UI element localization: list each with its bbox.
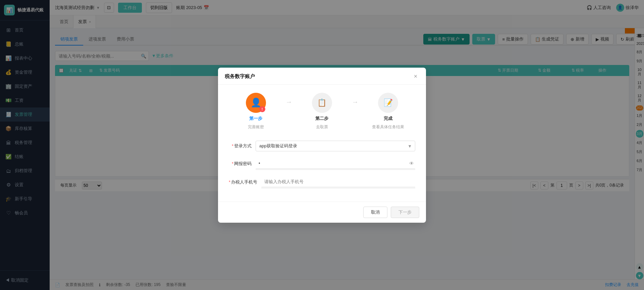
dialog-footer: 取消 下一步 (218, 202, 426, 223)
password-label: 网报密码 (229, 161, 256, 167)
step-arrow-2: → (349, 93, 361, 106)
step-3-icon-wrap: 📝 (378, 93, 398, 113)
form-row-phone: 办税人手机号 (229, 176, 415, 188)
phone-label: 办税人手机号 (229, 179, 261, 185)
step-2-label: 第二步 (315, 116, 328, 122)
next-step-button[interactable]: 下一步 (391, 207, 419, 218)
phone-control (261, 176, 415, 188)
password-input-line: 👁 (256, 158, 415, 170)
phone-input-line (261, 176, 415, 188)
login-method-label: 登录方式 (229, 143, 256, 149)
step-1: 👤 ! 第一步 完善账密 (229, 93, 283, 130)
step-3: 📝 完成 查看具体任务结果 (361, 93, 415, 130)
login-method-control: app获取验证码登录 密码登录 ▼ (256, 141, 415, 151)
step-1-icon: 👤 (251, 97, 261, 108)
step-3-icon: 📝 (384, 98, 393, 107)
step-1-label: 第一步 (249, 116, 262, 122)
step-3-label: 完成 (384, 116, 392, 122)
modal-overlay[interactable]: 税务数字账户 × 👤 ! 第一步 完善账密 → (0, 0, 644, 290)
step-3-desc: 查看具体任务结果 (372, 124, 404, 130)
step-1-badge: ! (259, 106, 265, 112)
step-2-desc: 去取票 (316, 124, 328, 130)
dialog-close-button[interactable]: × (412, 73, 419, 80)
dialog: 税务数字账户 × 👤 ! 第一步 完善账密 → (218, 68, 426, 223)
dialog-title: 税务数字账户 (225, 73, 255, 80)
step-2: 📋 第二步 去取票 (295, 93, 349, 130)
cancel-button[interactable]: 取消 (363, 207, 387, 218)
step-1-desc: 完善账密 (248, 124, 264, 130)
dialog-header: 税务数字账户 × (218, 68, 426, 85)
form-row-password: 网报密码 👁 (229, 158, 415, 170)
step-2-icon-wrap: 📋 (312, 93, 332, 113)
step-2-icon: 📋 (317, 98, 326, 107)
dialog-body: 👤 ! 第一步 完善账密 → 📋 第二步 去取票 → (218, 85, 426, 202)
password-toggle-icon[interactable]: 👁 (409, 161, 414, 166)
steps-indicator: 👤 ! 第一步 完善账密 → 📋 第二步 去取票 → (229, 93, 415, 130)
close-icon: × (414, 73, 418, 80)
form-row-login-method: 登录方式 app获取验证码登录 密码登录 ▼ (229, 141, 415, 151)
step-1-icon-wrap: 👤 ! (246, 93, 266, 113)
step-arrow-1: → (283, 93, 295, 106)
password-input[interactable] (256, 158, 415, 169)
password-control: 👁 (256, 158, 415, 170)
phone-input[interactable] (261, 176, 415, 187)
login-method-select[interactable]: app获取验证码登录 密码登录 (256, 141, 415, 151)
